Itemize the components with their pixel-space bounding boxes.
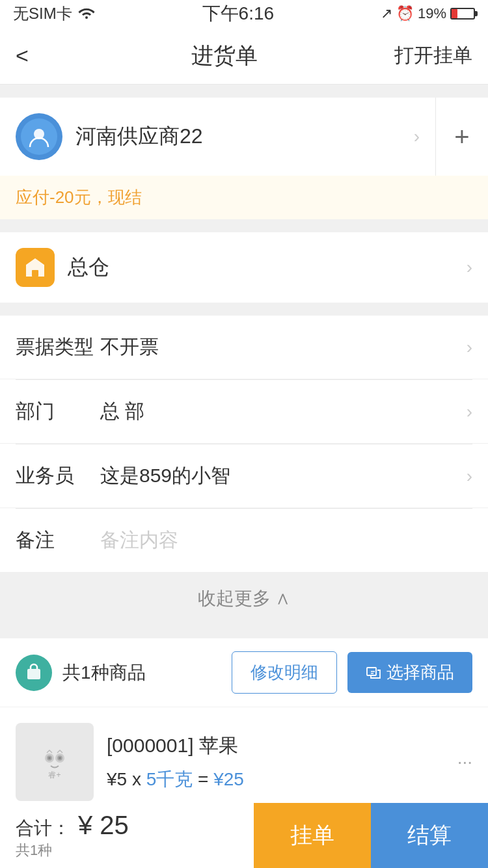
battery-icon	[450, 8, 475, 20]
warehouse-section[interactable]: 总仓 ›	[0, 232, 488, 303]
status-indicators: ↗ ⏰ 19%	[381, 5, 475, 22]
checkout-button[interactable]: 结算	[371, 803, 488, 868]
product-name: [0000001] 苹果	[107, 733, 444, 759]
gap-3	[0, 303, 488, 316]
wifi-icon	[77, 5, 96, 23]
supplier-section: 河南供应商22 › +	[0, 98, 488, 176]
nav-bar: < 进货单 打开挂单	[0, 27, 488, 85]
products-header: 共1种商品 修改明细 选择商品	[0, 638, 488, 707]
unit-price: ¥5 x	[107, 769, 146, 789]
pending-button[interactable]: 挂单	[254, 803, 371, 868]
total-price: ¥25	[213, 769, 244, 789]
chevron-right-icon: ›	[414, 126, 420, 147]
chevron-right-icon: ›	[467, 401, 472, 422]
salesperson-label: 业务员	[16, 463, 100, 489]
battery-percent: 19%	[418, 5, 446, 22]
remark-input[interactable]: 备注内容	[100, 527, 178, 554]
svg-rect-2	[27, 669, 40, 679]
collapse-button[interactable]: 收起更多 ∧	[0, 572, 488, 625]
form-section: 票据类型 不开票 › 部门 总 部 › 业务员 这是859的小智 › 备注 备注…	[0, 316, 488, 572]
remark-label: 备注	[16, 527, 100, 554]
total-section: 合计： ¥ 25 共1种	[0, 811, 254, 860]
carrier-text: 无SIM卡	[13, 3, 72, 24]
alarm-icon: ⏰	[396, 5, 414, 22]
back-button[interactable]: <	[16, 43, 55, 68]
equals: =	[198, 769, 213, 789]
warehouse-icon	[16, 248, 55, 287]
edit-details-button[interactable]: 修改明细	[232, 651, 337, 694]
warehouse-name: 总仓	[68, 253, 454, 282]
department-label: 部门	[16, 398, 100, 425]
chevron-right-icon: ›	[467, 257, 472, 278]
department-value: 总 部	[100, 398, 467, 425]
total-label: 合计： ¥ 25	[16, 811, 238, 841]
product-thumbnail: 睿+	[16, 723, 94, 801]
quantity: 5千克	[146, 769, 193, 789]
svg-point-8	[48, 757, 51, 759]
svg-point-9	[59, 757, 61, 759]
status-bar: 无SIM卡 下午6:16 ↗ ⏰ 19%	[0, 0, 488, 27]
product-item: 睿+ [0000001] 苹果 ¥5 x 5千克 = ¥25 ···	[0, 707, 488, 817]
status-carrier: 无SIM卡	[13, 3, 96, 24]
invoice-label: 票据类型	[16, 334, 100, 360]
remark-row[interactable]: 备注 备注内容	[0, 509, 488, 572]
product-more-button[interactable]: ···	[457, 752, 472, 772]
total-text: 合计：	[16, 816, 70, 841]
product-code: [0000001]	[107, 735, 199, 756]
svg-text:睿+: 睿+	[48, 770, 61, 779]
products-count: 共1种商品	[62, 660, 221, 685]
bottom-bar: 合计： ¥ 25 共1种 挂单 结算	[0, 803, 488, 868]
salesperson-value: 这是859的小智	[100, 463, 467, 489]
product-title: 苹果	[199, 735, 238, 756]
location-icon: ↗	[381, 5, 392, 22]
chevron-right-icon: ›	[467, 466, 472, 487]
products-icon	[16, 655, 52, 691]
open-pending-button[interactable]: 打开挂单	[394, 42, 472, 69]
gap-1	[0, 85, 488, 98]
supplier-avatar	[16, 113, 62, 160]
gap-4	[0, 625, 488, 638]
avatar-icon	[21, 118, 57, 155]
select-product-button[interactable]: 选择商品	[347, 652, 472, 693]
add-supplier-button[interactable]: +	[436, 98, 488, 176]
payment-notice: 应付-20元，现结	[0, 176, 488, 219]
salesperson-row[interactable]: 业务员 这是859的小智 ›	[0, 444, 488, 508]
svg-rect-1	[32, 270, 38, 277]
invoice-value: 不开票	[100, 334, 467, 360]
supplier-name: 河南供应商22	[75, 122, 401, 151]
supplier-selector[interactable]: 河南供应商22 ›	[0, 98, 435, 176]
owl-icon: 睿+	[35, 740, 74, 785]
invoice-type-row[interactable]: 票据类型 不开票 ›	[0, 316, 488, 379]
select-product-label: 选择商品	[386, 661, 454, 684]
page-title: 进货单	[191, 41, 258, 71]
chevron-right-icon: ›	[467, 337, 472, 358]
product-details: [0000001] 苹果 ¥5 x 5千克 = ¥25	[107, 733, 444, 792]
product-price-row: ¥5 x 5千克 = ¥25	[107, 767, 444, 792]
total-sub: 共1种	[16, 841, 238, 860]
department-row[interactable]: 部门 总 部 ›	[0, 380, 488, 444]
status-time: 下午6:16	[202, 1, 275, 26]
total-amount: ¥ 25	[78, 811, 129, 840]
gap-2	[0, 219, 488, 232]
